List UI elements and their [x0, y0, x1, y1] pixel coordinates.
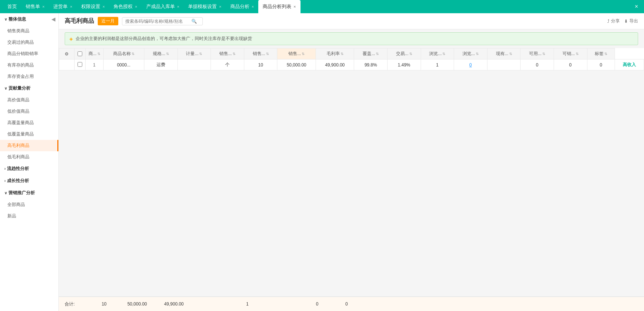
sort-icon: ⇅: [266, 52, 269, 56]
sidebar-item-low-coverage[interactable]: 低覆盖量商品: [0, 129, 58, 140]
row-view2: [487, 59, 521, 70]
close-icon[interactable]: ×: [42, 4, 44, 9]
footer-sales-cost: 49,900.00: [155, 301, 192, 307]
info-icon: ◈: [69, 36, 73, 41]
tab-sales-order[interactable]: 销售单 ×: [21, 0, 49, 13]
sidebar-group-trend[interactable]: › 流趋性分析: [0, 163, 58, 175]
search-input[interactable]: [125, 19, 191, 24]
row-sales-qty: 10: [244, 59, 277, 70]
row-num: 1: [85, 59, 103, 70]
close-icon[interactable]: ×: [135, 4, 137, 9]
sidebar-item-all-goods[interactable]: 全部商品: [0, 199, 58, 210]
sort-icon: ⇅: [576, 52, 579, 56]
sidebar-item-in-stock-goods[interactable]: 有库存的商品: [0, 59, 58, 71]
recent-month-button[interactable]: 近一月: [98, 17, 118, 25]
tab-permission-settings[interactable]: 权限设置 ×: [77, 0, 109, 13]
close-icon[interactable]: ×: [294, 4, 296, 9]
sidebar-item-high-margin[interactable]: 高毛利商品: [0, 140, 58, 151]
row-sales-amount: 50,000.00: [277, 59, 316, 70]
col-unit[interactable]: 计量... ⇅: [177, 48, 211, 59]
col-spec[interactable]: 规格... ⇅: [144, 48, 177, 59]
sidebar-group-growth[interactable]: › 成长性分析: [0, 175, 58, 187]
col-checkbox: [74, 48, 85, 59]
tab-product-analysis[interactable]: 商品分析 ×: [226, 0, 258, 13]
window-close-button[interactable]: ×: [632, 3, 641, 10]
col-label: 商品名称: [113, 51, 131, 57]
col-label: 规格...: [153, 51, 165, 57]
sidebar-item-high-value[interactable]: 高价值商品: [0, 94, 58, 106]
sort-icon: ⇅: [166, 52, 169, 56]
sidebar-collapse-button[interactable]: ◀: [51, 16, 55, 22]
col-trade-count[interactable]: 交易... ⇅: [387, 48, 421, 59]
row-view1[interactable]: 0: [454, 59, 488, 70]
sidebar-item-low-value[interactable]: 低价值商品: [0, 106, 58, 117]
tab-purchase-order[interactable]: 进货单 ×: [49, 0, 76, 13]
tab-template-settings[interactable]: 单据模板设置 ×: [184, 0, 226, 13]
sort-icon: ⇅: [376, 52, 379, 56]
main-layout: ◀ ∨ 整体信息 销售类商品 交易过的商品 商品分销助销率 有库存的商品 库存资…: [0, 13, 644, 311]
row-spec: [177, 59, 211, 70]
sort-icon: ⇅: [302, 52, 305, 56]
col-name[interactable]: 商品名称 ⇅: [103, 48, 144, 59]
select-all-checkbox[interactable]: [78, 51, 82, 56]
page-title: 高毛利商品: [65, 17, 94, 25]
sidebar-item-low-margin[interactable]: 低毛利商品: [0, 151, 58, 163]
sidebar-item-distribution-rate[interactable]: 商品分销助销率: [0, 48, 58, 59]
top-nav: 首页 销售单 × 进货单 × 权限设置 × 角色授权 × 产成品入库单 × 单据…: [0, 0, 644, 13]
col-sales-amount[interactable]: 销售... ⇅: [244, 48, 277, 59]
tab-home[interactable]: 首页: [3, 0, 21, 13]
close-icon[interactable]: ×: [177, 4, 179, 9]
close-icon[interactable]: ×: [252, 4, 254, 9]
col-view1[interactable]: 浏览... ⇅: [421, 48, 454, 59]
col-tag[interactable]: 标签 ⇅: [587, 48, 615, 59]
sidebar-item-stock-capital[interactable]: 库存资金占用: [0, 71, 58, 82]
row-settings: [59, 59, 75, 70]
sort-icon: ⇅: [476, 52, 479, 56]
sidebar-item-traded-goods[interactable]: 交易过的商品: [0, 37, 58, 48]
col-label: 毛利率: [327, 51, 340, 57]
col-sellable-stock[interactable]: 可销... ⇅: [554, 48, 587, 59]
share-button[interactable]: ⤴ 分享: [607, 18, 620, 24]
close-icon[interactable]: ×: [102, 4, 105, 9]
col-code[interactable]: 商... ⇅: [85, 48, 103, 59]
export-button[interactable]: ⬇ 导出: [624, 18, 638, 24]
col-coverage[interactable]: 覆盖... ⇅: [354, 48, 388, 59]
close-icon[interactable]: ×: [70, 4, 72, 9]
tab-product-analysis-list[interactable]: 商品分析列表 ×: [258, 0, 300, 13]
col-sales-qty[interactable]: 销售... ⇅: [211, 48, 244, 59]
sidebar-group-marketing[interactable]: ∨ 营销推广分析: [0, 187, 58, 199]
row-checkbox[interactable]: [74, 59, 85, 70]
sidebar-group-label: 整体信息: [8, 16, 26, 22]
search-icon[interactable]: 🔍: [191, 19, 197, 24]
footer-trade-count: 1: [192, 301, 302, 307]
sidebar-group-label: 营销推广分析: [8, 190, 35, 196]
sort-icon: ⇅: [542, 52, 545, 56]
row-coverage: 1.49%: [387, 59, 421, 70]
row-name: 运费: [144, 59, 177, 70]
col-view2[interactable]: 浏览... ⇅: [454, 48, 488, 59]
col-settings[interactable]: ⚙: [59, 48, 75, 59]
col-gross-margin[interactable]: 毛利率 ⇅: [316, 48, 354, 59]
col-sales-cost[interactable]: 销售... ⇅: [277, 48, 316, 59]
col-label: 销售...: [288, 51, 301, 57]
footer-sales-amount: 50,000.00: [119, 301, 155, 307]
sidebar-item-high-coverage[interactable]: 高覆盖量商品: [0, 117, 58, 129]
sort-icon: ⇅: [132, 52, 134, 56]
chevron-down-icon: ∨: [4, 17, 7, 21]
col-label: 覆盖...: [363, 51, 375, 57]
chevron-down-icon: ∨: [4, 86, 7, 90]
close-icon[interactable]: ×: [219, 4, 221, 9]
tab-role-auth[interactable]: 角色授权 ×: [109, 0, 141, 13]
row-current-stock: 0: [521, 59, 554, 70]
content-area: 高毛利商品 近一月 🔍 ⤴ 分享 ⬇ 导出 ◈ 企业的主要的利润都是这部分商品创…: [59, 13, 644, 311]
col-current-stock[interactable]: 现有... ⇅: [487, 48, 521, 59]
sidebar: ◀ ∨ 整体信息 销售类商品 交易过的商品 商品分销助销率 有库存的商品 库存资…: [0, 13, 59, 311]
sidebar-group-contribution[interactable]: ∨ 贡献量分析: [0, 82, 58, 94]
sidebar-item-sales-goods[interactable]: 销售类商品: [0, 25, 58, 37]
sidebar-group-overall[interactable]: ∨ 整体信息: [0, 13, 58, 25]
tab-product-inbound[interactable]: 产成品入库单 ×: [142, 0, 184, 13]
export-icon: ⬇: [624, 19, 628, 24]
sidebar-group-label: 成长性分析: [7, 178, 29, 184]
sidebar-item-new-goods[interactable]: 新品: [0, 210, 58, 222]
col-available-stock[interactable]: 可用... ⇅: [521, 48, 554, 59]
